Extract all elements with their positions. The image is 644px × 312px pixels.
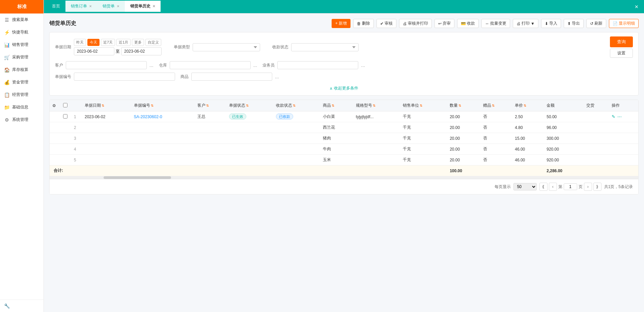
export-button[interactable]: ⬆ 导出: [564, 19, 584, 28]
per-page-label: 每页显示: [495, 184, 511, 190]
select-all-checkbox[interactable]: [63, 103, 67, 107]
sidebar-item-system-mgmt[interactable]: ⚙ 系统管理: [0, 113, 44, 126]
tab-sales-goods-close[interactable]: ✕: [117, 4, 119, 8]
warehouse-input[interactable]: [170, 61, 251, 69]
row-checkbox[interactable]: [63, 114, 67, 119]
import-button[interactable]: ⬇ 导入: [541, 19, 561, 28]
date-btn-1month[interactable]: 近1月: [116, 39, 131, 46]
table-row: 1 2023-06-02 SA-20230602-0 王总 已生效 已收款 小白…: [50, 111, 638, 122]
th-collect-status[interactable]: 收款状态 ⇅: [273, 100, 320, 111]
tab-bar-close-btn[interactable]: ✕: [632, 4, 641, 9]
sidebar-item-quick-nav[interactable]: ⚡ 快捷导航: [0, 26, 44, 38]
sidebar-item-ops-mgmt[interactable]: 📋 经营管理: [0, 88, 44, 101]
doc-no-input[interactable]: [74, 73, 175, 81]
sidebar-item-purchase-mgmt[interactable]: 🛒 采购管理: [0, 51, 44, 63]
show-detail-icon: 📄: [613, 21, 618, 26]
doc-no-link[interactable]: SA-20230602-0: [134, 114, 162, 119]
show-detail-button[interactable]: 📄 显示明细: [609, 19, 639, 28]
date-btn-7days[interactable]: 近7天: [101, 39, 115, 46]
th-customer[interactable]: 客户 ⇅: [195, 100, 226, 111]
th-sales-unit[interactable]: 销售单位 ⇅: [400, 100, 447, 111]
cell-settings: [50, 111, 60, 122]
date-from-input[interactable]: [74, 47, 114, 55]
page-last-btn[interactable]: ⟫: [593, 183, 601, 191]
doc-status-badge: 已生效: [229, 113, 246, 120]
refresh-button[interactable]: ↺ 刷新: [586, 19, 606, 28]
th-spec[interactable]: 规格型号 ⇅: [353, 100, 400, 111]
sidebar-item-sales-mgmt[interactable]: 📊 销售管理: [0, 38, 44, 51]
date-to-input[interactable]: [121, 47, 162, 55]
main-area: 首页 销售订单 ✕ 销货单 ✕ 销货单历史 ✕ ✕ 销货单历史 + 新增 🗑 删…: [44, 0, 644, 312]
cell-spec: [353, 122, 400, 133]
date-btn-today[interactable]: 今天: [87, 39, 100, 46]
cell-goods: 西兰花: [320, 122, 353, 133]
collect-button[interactable]: 💳 收款: [457, 19, 479, 28]
tab-sales-goods[interactable]: 销货单 ✕: [97, 1, 125, 12]
sidebar-item-finance-mgmt[interactable]: 💰 资金管理: [0, 76, 44, 88]
cell-gift: 否: [480, 155, 512, 165]
goods-dots[interactable]: ...: [275, 74, 279, 79]
summary-empty-11: [584, 165, 609, 176]
page-first-btn[interactable]: ⟪: [539, 183, 548, 191]
th-settings[interactable]: ⚙: [50, 100, 60, 111]
filter-customer-item: 客户 ...: [55, 61, 153, 69]
th-unit-price[interactable]: 单价 ⇅: [512, 100, 544, 111]
cell-amount: 96.00: [544, 122, 584, 133]
settings-filter-btn[interactable]: 设置: [610, 49, 633, 58]
th-gift[interactable]: 赠品 ⇅: [480, 100, 512, 111]
th-gift-label: 赠品: [483, 103, 491, 108]
warehouse-dots[interactable]: ...: [253, 62, 257, 68]
review-print-button[interactable]: 🖨 审核并打印: [399, 19, 432, 28]
page-number-input[interactable]: [564, 183, 577, 190]
th-doc-date[interactable]: 单据日期 ⇅: [82, 100, 131, 111]
cell-gift: 否: [480, 144, 512, 155]
customer-input[interactable]: [66, 61, 147, 69]
sidebar-bottom-item-1[interactable]: 🔧: [0, 300, 44, 312]
date-btn-yesterday[interactable]: 昨天: [74, 39, 86, 46]
tab-sales-order[interactable]: 销售订单 ✕: [65, 1, 97, 12]
sidebar-item-basic-info[interactable]: 📁 基础信息: [0, 101, 44, 113]
tab-sales-history-close[interactable]: ✕: [152, 4, 155, 8]
doc-no-label: 单据编号: [55, 74, 71, 80]
tab-sales-history[interactable]: 销货单历史 ✕: [125, 1, 161, 12]
salesperson-input[interactable]: [277, 61, 358, 69]
th-doc-status-label: 单据状态: [229, 103, 245, 108]
th-collect-status-label: 收款状态: [276, 103, 292, 108]
tab-sales-order-close[interactable]: ✕: [89, 4, 92, 8]
summary-total-amount: 2,286.00: [544, 165, 584, 176]
new-button[interactable]: + 新增: [332, 19, 351, 28]
th-doc-status[interactable]: 单据状态 ⇅: [226, 100, 273, 111]
date-btn-custom[interactable]: 自定义: [145, 39, 161, 46]
scrollbar-thumb[interactable]: [104, 176, 171, 179]
summary-label: 合计:: [50, 165, 82, 176]
review-button[interactable]: ✔ 审核: [376, 19, 396, 28]
more-action-icon[interactable]: ⋯: [617, 114, 622, 119]
batch-change-button[interactable]: ↔ 批量变更: [481, 19, 510, 28]
date-range: 至: [74, 47, 162, 55]
cell-collect-status: 已收款: [273, 111, 320, 122]
goods-input[interactable]: [191, 73, 272, 81]
customer-dots[interactable]: ...: [149, 62, 153, 68]
per-page-select[interactable]: 50 100 200: [513, 183, 537, 190]
query-button[interactable]: 查询: [610, 36, 633, 47]
collapse-btn[interactable]: ∧ 收起更多条件: [55, 84, 633, 91]
sidebar-item-search-menu[interactable]: ☰ 搜索菜单: [0, 14, 44, 26]
abandon-button[interactable]: ↩ 弃审: [435, 19, 454, 28]
sidebar-item-inventory[interactable]: 🏠 库存核算: [0, 63, 44, 76]
edit-icon[interactable]: ✎: [612, 114, 615, 119]
collect-status-select[interactable]: [291, 43, 359, 51]
salesperson-dots[interactable]: ...: [361, 62, 365, 68]
date-btn-more[interactable]: 更多: [132, 39, 144, 46]
th-goods[interactable]: 商品 ⇅: [320, 100, 353, 111]
tab-home[interactable]: 首页: [47, 1, 65, 12]
page-next-btn[interactable]: ›: [584, 183, 592, 191]
th-qty-label: 数量: [450, 103, 458, 108]
th-qty[interactable]: 数量 ⇅: [447, 100, 480, 111]
horizontal-scrollbar[interactable]: [50, 176, 638, 179]
summary-empty-6: [320, 165, 353, 176]
print-button[interactable]: 🖨 打印 ▼: [513, 19, 538, 28]
page-prev-btn[interactable]: ‹: [549, 183, 557, 191]
doc-type-select[interactable]: [193, 43, 260, 51]
delete-button[interactable]: 🗑 删除: [353, 19, 374, 28]
th-doc-no[interactable]: 单据编号 ⇅: [131, 100, 195, 111]
